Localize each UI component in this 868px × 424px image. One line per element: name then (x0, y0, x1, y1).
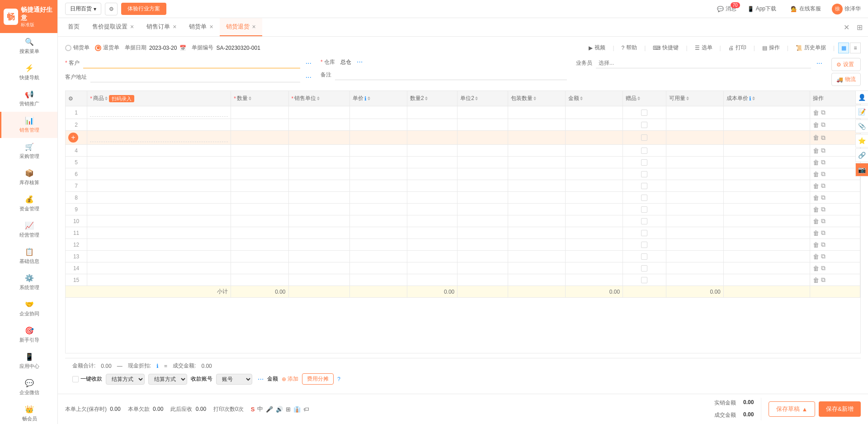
amount-cell-10[interactable] (565, 215, 623, 227)
unit-cell-6[interactable] (288, 168, 349, 180)
amount-cell-15[interactable] (565, 274, 623, 286)
tab-sales-order[interactable]: 销售订单 × (140, 18, 183, 36)
sidebar-item-sales[interactable]: 📊 销售管理 (0, 112, 57, 138)
amount-cell-6[interactable] (565, 168, 623, 180)
right-panel-attachments[interactable]: 📎 (855, 119, 868, 133)
help-btn[interactable]: ? 帮助 (618, 42, 641, 53)
qty-cell-12[interactable] (231, 239, 288, 251)
pkg-cell-6[interactable] (508, 168, 565, 180)
price-cell-13[interactable] (349, 251, 407, 262)
amount-cell-3[interactable] (565, 131, 623, 145)
cost-cell-13[interactable] (723, 251, 810, 262)
close-all-tabs-button[interactable]: ✕ (842, 21, 851, 33)
amount-cell-5[interactable] (565, 157, 623, 168)
product-cell-15[interactable] (87, 274, 231, 286)
gift-checkbox-9[interactable] (641, 206, 647, 213)
sidebar-item-quick-nav[interactable]: ⚡ 快捷导航 (0, 59, 57, 86)
price-cell-11[interactable] (349, 227, 407, 239)
copy-row-9[interactable]: ⧉ (821, 205, 826, 213)
unit-cell-8[interactable] (288, 192, 349, 204)
price-cell-8[interactable] (349, 192, 407, 204)
unit2-cell-11[interactable] (458, 227, 508, 239)
pkg-cell-1[interactable] (508, 106, 565, 119)
qty-cell-4[interactable] (231, 145, 288, 157)
price-cell-14[interactable] (349, 262, 407, 274)
copy-row-4[interactable]: ⧉ (821, 147, 826, 154)
cost-price-info-icon[interactable]: ℹ (749, 95, 751, 102)
amount-cell-13[interactable] (565, 251, 623, 262)
pkg-cell-3[interactable] (508, 131, 565, 145)
footer-grid-icon[interactable]: ⊞ (286, 406, 291, 413)
unit2-cell-14[interactable] (458, 262, 508, 274)
copy-row-2[interactable]: ⧉ (821, 121, 826, 129)
salesperson-select-btn[interactable]: ··· (816, 59, 822, 67)
save-draft-button[interactable]: 保存草稿 ▲ (769, 401, 815, 417)
operate-btn[interactable]: ▤ 操作 (759, 42, 783, 53)
amount-cell-7[interactable] (565, 180, 623, 192)
gift-cell-10[interactable] (623, 215, 666, 227)
add-row-cell[interactable]: + (66, 131, 87, 145)
print-btn[interactable]: 🖨 打印 (725, 42, 750, 53)
unit-cell-10[interactable] (288, 215, 349, 227)
copy-row-8[interactable]: ⧉ (821, 194, 826, 201)
avail-cell-9[interactable] (666, 204, 723, 215)
tab-sales-return[interactable]: 销货退货 × (220, 18, 262, 36)
qty-cell-10[interactable] (231, 215, 288, 227)
delete-row-6[interactable]: 🗑 (813, 171, 819, 178)
price-cell-5[interactable] (349, 157, 407, 168)
sidebar-item-new-guide[interactable]: 🎯 新手引导 (0, 322, 57, 348)
cost-cell-9[interactable] (723, 204, 810, 215)
unit2-cell-13[interactable] (458, 251, 508, 262)
footer-extra-icon[interactable]: 🏷 (303, 406, 309, 413)
delete-row-11[interactable]: 🗑 (813, 229, 819, 237)
sidebar-item-purchase[interactable]: 🛒 采购管理 (0, 138, 57, 164)
gift-cell-3[interactable] (623, 131, 666, 145)
delete-row-8[interactable]: 🗑 (813, 194, 819, 201)
pkg-cell-15[interactable] (508, 274, 565, 286)
cost-cell-12[interactable] (723, 239, 810, 251)
qty2-cell-9[interactable] (407, 204, 457, 215)
product-cell-4[interactable] (87, 145, 231, 157)
tab-sales-delivery[interactable]: 销货单 × (183, 18, 219, 36)
unit2-cell-3[interactable] (458, 131, 508, 145)
pkg-cell-7[interactable] (508, 180, 565, 192)
delete-row-1[interactable]: 🗑 (813, 109, 819, 116)
qty-cell-14[interactable] (231, 262, 288, 274)
delete-row-12[interactable]: 🗑 (813, 241, 819, 248)
tab-sales-order-close[interactable]: × (173, 24, 176, 30)
delete-row-9[interactable]: 🗑 (813, 206, 819, 213)
doc-date-value[interactable]: 2023-03-20 (149, 45, 177, 51)
footer-person-icon[interactable]: 👔 (293, 406, 301, 413)
copy-row-12[interactable]: ⧉ (821, 241, 826, 248)
sidebar-item-search[interactable]: 🔍 搜索菜单 (0, 33, 57, 59)
qty-cell-15[interactable] (231, 274, 288, 286)
cost-cell-4[interactable] (723, 145, 810, 157)
unit-cell-9[interactable] (288, 204, 349, 215)
avail-cell-13[interactable] (666, 251, 723, 262)
address-input[interactable] (90, 72, 300, 82)
app-download-button[interactable]: 📱 App下载 (744, 3, 780, 14)
gift-checkbox-14[interactable] (641, 265, 647, 272)
avail-cell-7[interactable] (666, 180, 723, 192)
unit2-cell-6[interactable] (458, 168, 508, 180)
unit2-cell-9[interactable] (458, 204, 508, 215)
pkg-cell-9[interactable] (508, 204, 565, 215)
gift-checkbox-3[interactable] (641, 134, 647, 141)
cost-cell-7[interactable] (723, 180, 810, 192)
gift-checkbox-5[interactable] (641, 159, 647, 166)
add-payment-button[interactable]: ⊕ 添加 (282, 375, 298, 383)
tab-home[interactable]: 首页 (61, 18, 86, 36)
radio-return[interactable]: 退货单 (95, 44, 119, 52)
unit-cell-13[interactable] (288, 251, 349, 262)
sidebar-item-finance[interactable]: 💰 资金管理 (0, 191, 57, 217)
sidebar-item-enterprise-wechat[interactable]: 💬 企业微信 (0, 374, 57, 400)
product-cell-3[interactable] (87, 131, 231, 145)
tab-sales-return-close[interactable]: × (252, 24, 256, 30)
discount-info-icon[interactable]: ℹ (156, 363, 159, 369)
cost-cell-11[interactable] (723, 227, 810, 239)
delete-row-5[interactable]: 🗑 (813, 159, 819, 166)
price-cell-6[interactable] (349, 168, 407, 180)
price-cell-3[interactable] (349, 131, 407, 145)
experience-button[interactable]: 体验行业方案 (121, 3, 166, 15)
settings-btn[interactable]: ⚙ 设置 (831, 58, 861, 71)
